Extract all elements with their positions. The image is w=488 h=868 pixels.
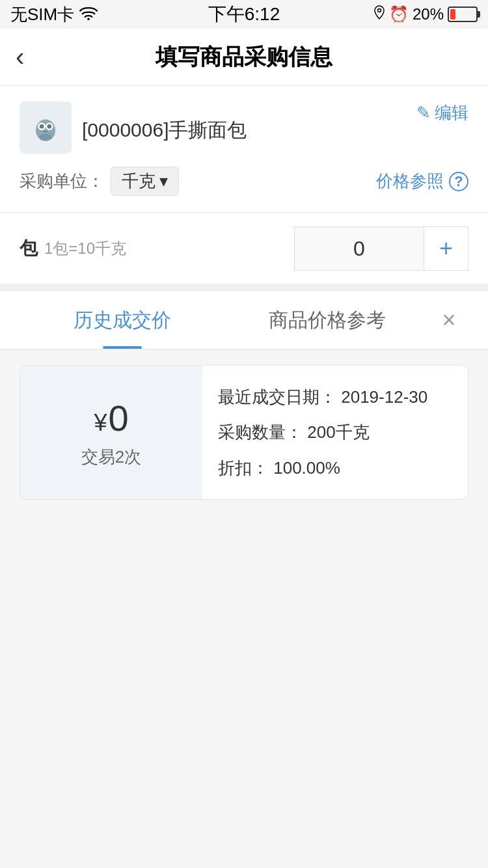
quantity-plus-button[interactable]: + xyxy=(424,226,468,271)
transaction-card: ¥ 0 交易2次 最近成交日期： 2019-12-30 采购数量： 200千克 … xyxy=(20,365,468,500)
tab-history-price[interactable]: 历史成交价 xyxy=(20,292,224,349)
svg-point-7 xyxy=(39,134,52,141)
transaction-count: 交易2次 xyxy=(81,446,141,468)
transaction-amount: ¥ 0 xyxy=(94,397,128,439)
quantity-control: + xyxy=(294,226,468,271)
product-header: [0000006]手撕面包 ✎ 编辑 xyxy=(20,102,468,154)
content-area: ¥ 0 交易2次 最近成交日期： 2019-12-30 采购数量： 200千克 … xyxy=(0,349,488,610)
alarm-icon: ⏰ xyxy=(389,5,409,23)
carrier-text: 无SIM卡 xyxy=(10,3,74,26)
nav-bar: ‹ 填写商品采购信息 xyxy=(0,29,488,86)
status-bar: 无SIM卡 下午6:12 ⏰ 20% xyxy=(0,0,488,29)
status-left: 无SIM卡 xyxy=(10,3,98,26)
page-title: 填写商品采购信息 xyxy=(156,42,332,72)
wifi-icon xyxy=(79,5,98,25)
status-time: 下午6:12 xyxy=(208,2,280,27)
product-left: [0000006]手撕面包 xyxy=(20,102,247,154)
edit-button[interactable]: ✎ 编辑 xyxy=(416,102,468,124)
help-icon: ? xyxy=(449,172,468,191)
discount-value: 100.00% xyxy=(273,458,340,478)
transaction-summary: ¥ 0 交易2次 xyxy=(20,366,202,499)
product-thumbnail xyxy=(20,102,72,154)
battery-percent: 20% xyxy=(413,5,444,23)
currency-symbol: ¥ xyxy=(94,409,107,437)
quantity-row: 包 1包=10千克 + xyxy=(0,213,488,284)
amount-value: 0 xyxy=(108,397,128,439)
recent-date-value: 2019-12-30 xyxy=(341,387,427,407)
bag-label: 包 xyxy=(20,236,38,261)
section-divider xyxy=(0,284,488,292)
quantity-input[interactable] xyxy=(294,226,424,271)
discount-label: 折扣： xyxy=(218,458,269,478)
product-name: [0000006]手撕面包 xyxy=(82,117,247,144)
location-icon xyxy=(373,5,385,23)
battery-icon xyxy=(448,7,478,22)
svg-point-0 xyxy=(87,18,90,20)
tab-product-price-ref[interactable]: 商品价格参考 xyxy=(224,292,429,349)
back-button[interactable]: ‹ xyxy=(16,42,24,72)
quantity-label: 包 1包=10千克 xyxy=(20,236,126,261)
purchase-qty-label: 采购数量： xyxy=(218,422,303,442)
tab-close-button[interactable]: × xyxy=(429,301,468,340)
purchase-qty-row: 采购数量： 200千克 xyxy=(218,420,452,444)
recent-date-label: 最近成交日期： xyxy=(218,387,336,407)
recent-date-row: 最近成交日期： 2019-12-30 xyxy=(218,385,452,409)
svg-point-1 xyxy=(377,9,381,12)
package-ratio: 1包=10千克 xyxy=(44,238,126,259)
purchase-qty-value: 200千克 xyxy=(307,422,369,442)
product-unit-row: 采购单位： 千克 ▾ 价格参照 ? xyxy=(20,167,468,196)
status-right: ⏰ 20% xyxy=(373,5,478,23)
discount-row: 折扣： 100.00% xyxy=(218,456,452,480)
edit-icon: ✎ xyxy=(416,103,431,123)
tab-bar: 历史成交价 商品价格参考 × xyxy=(0,292,488,349)
unit-label: 采购单位： 千克 ▾ xyxy=(20,167,179,196)
svg-point-5 xyxy=(40,124,44,129)
transaction-details: 最近成交日期： 2019-12-30 采购数量： 200千克 折扣： 100.0… xyxy=(202,366,468,499)
svg-point-6 xyxy=(47,124,52,129)
dropdown-arrow-icon: ▾ xyxy=(159,171,168,191)
unit-select[interactable]: 千克 ▾ xyxy=(111,167,179,196)
tab-active-indicator xyxy=(103,346,142,349)
price-ref-button[interactable]: 价格参照 ? xyxy=(376,170,468,193)
product-card: [0000006]手撕面包 ✎ 编辑 采购单位： 千克 ▾ 价格参照 ? xyxy=(0,86,488,211)
